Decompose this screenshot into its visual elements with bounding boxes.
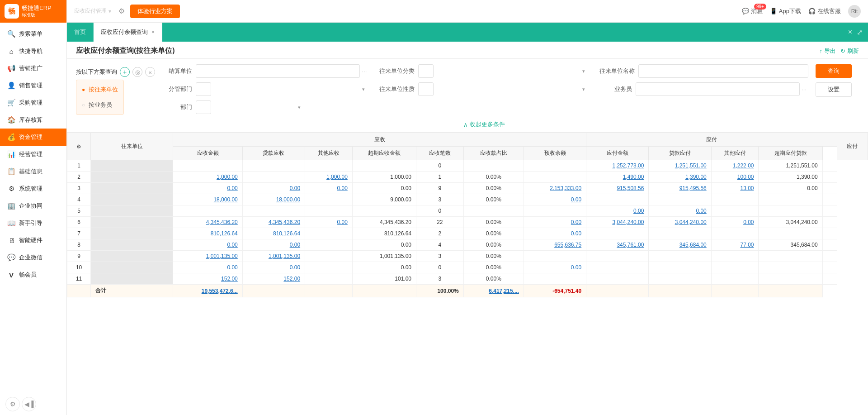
table-cell[interactable]: 655,636.75	[524, 239, 586, 251]
sidebar-item-hardware[interactable]: 🖥 智能硬件	[0, 232, 66, 249]
table-cell[interactable]: 0.00	[524, 194, 586, 205]
table-cell: 2	[67, 172, 91, 183]
table-cell[interactable]: 4,345,436.20	[242, 217, 305, 228]
tab-home[interactable]: 首页	[67, 23, 94, 42]
table-cell[interactable]: 4,345,436.20	[173, 217, 242, 228]
table-cell[interactable]: 1,000.00	[173, 172, 242, 183]
refresh-button[interactable]: ↻ 刷新	[840, 47, 859, 55]
department-select[interactable]	[196, 100, 211, 114]
table-cell[interactable]: 0.00	[173, 262, 242, 273]
sidebar-item-quicknav[interactable]: ⌂ 快捷导航	[0, 43, 66, 60]
sidebar-item-search[interactable]: 🔍 搜索菜单	[0, 25, 66, 43]
settings-button[interactable]: 设置	[816, 82, 852, 97]
footer-ar-total[interactable]: 19,553,472,6...	[173, 285, 242, 297]
table-cell: 3	[67, 183, 91, 194]
table-cell[interactable]: 0.00	[173, 183, 242, 194]
table-cell[interactable]: 0.00	[524, 228, 586, 239]
table-cell[interactable]: 0.00	[305, 183, 353, 194]
unit-nature-label: 往来单位性质	[379, 85, 418, 93]
filter-collapse-button[interactable]: «	[145, 67, 155, 77]
table-cell[interactable]: 0.00	[305, 217, 353, 228]
leftpanel-by-staff[interactable]: ○ 按业务员	[76, 97, 123, 113]
sidebar-settings-btn[interactable]: ⚙	[5, 397, 20, 411]
table-cell[interactable]: 0.00	[242, 239, 305, 251]
export-button[interactable]: ↑ 导出	[820, 47, 836, 55]
salesperson-dots[interactable]: ···	[800, 86, 808, 93]
sidebar-item-wechat[interactable]: 💬 企业微信	[0, 249, 66, 266]
table-cell[interactable]: 915,508.56	[586, 183, 649, 194]
table-cell: 0	[416, 262, 464, 273]
query-button[interactable]: 查询	[816, 64, 852, 78]
filter-settings-button[interactable]: ◎	[132, 67, 142, 77]
table-cell	[524, 172, 586, 183]
table-cell[interactable]: 0.00	[586, 205, 649, 217]
table-cell[interactable]: 3,044,240.00	[586, 217, 649, 228]
sidebar-collapse-btn[interactable]: ◀▐	[22, 397, 36, 411]
table-cell[interactable]: 0.00	[524, 262, 586, 273]
sidebar-item-finance[interactable]: 💰 资金管理	[0, 129, 66, 146]
table-cell[interactable]: 810,126.64	[242, 228, 305, 239]
unit-nature-select[interactable]	[418, 82, 434, 96]
sidebar-item-corp[interactable]: 🏢 企业协同	[0, 197, 66, 215]
service-action[interactable]: 🎧 在线客服	[808, 7, 841, 15]
th-settings[interactable]: ⚙	[67, 133, 91, 160]
footer-empty	[67, 285, 91, 297]
table-cell[interactable]: 1,001,135.00	[242, 251, 305, 262]
solution-button[interactable]: 体验行业方案	[130, 5, 180, 18]
maximize-button[interactable]: ⤢	[857, 28, 863, 37]
app-action[interactable]: 📱 App下载	[770, 7, 801, 15]
table-cell[interactable]: 100.00	[711, 172, 759, 183]
leftpanel-by-unit[interactable]: ● 按往来单位	[76, 82, 123, 97]
table-cell[interactable]: 152.00	[173, 273, 242, 285]
sidebar-item-marketing[interactable]: 📢 营销推广	[0, 60, 66, 77]
sidebar-item-purchase[interactable]: 🛒 采购管理	[0, 94, 66, 111]
table-cell[interactable]: 810,126.64	[173, 228, 242, 239]
table-cell[interactable]: 915,495.56	[649, 183, 711, 194]
user-avatar[interactable]: Rit	[848, 5, 861, 18]
filter-add-button[interactable]: +	[120, 67, 130, 77]
sidebar-item-vip[interactable]: V 畅会员	[0, 266, 66, 283]
collapse-button[interactable]: ∧ 收起更多条件	[463, 120, 505, 129]
table-cell[interactable]: 77.00	[711, 239, 759, 251]
sidebar-item-sales[interactable]: 👤 销售管理	[0, 77, 66, 94]
table-cell[interactable]: 18,000.00	[173, 194, 242, 205]
table-cell[interactable]: 1,222.00	[711, 160, 759, 172]
footer-ar-prepay[interactable]: 6,417,215....	[463, 285, 524, 297]
unit-category-select[interactable]	[418, 64, 434, 78]
settlement-unit-dots[interactable]: ···	[360, 68, 368, 75]
table-cell[interactable]: 345,684.00	[649, 239, 711, 251]
table-cell[interactable]: 152.00	[242, 273, 305, 285]
managing-dept-select[interactable]	[196, 82, 211, 96]
table-cell[interactable]: 1,390.00	[649, 172, 711, 183]
sidebar-item-basic[interactable]: 📋 基础信息	[0, 163, 66, 180]
sidebar-item-guide[interactable]: 📖 新手引导	[0, 215, 66, 232]
message-action[interactable]: 💬 消息 99+	[742, 7, 763, 15]
table-cell[interactable]: 0.00	[242, 183, 305, 194]
sidebar-item-inventory[interactable]: 🏠 库存核算	[0, 111, 66, 129]
table-cell[interactable]: 0.00	[711, 217, 759, 228]
table-cell[interactable]: 1,490.00	[586, 172, 649, 183]
tab-arbalance[interactable]: 应收应付余额查询 ×	[94, 23, 162, 42]
table-cell[interactable]: 18,000.00	[242, 194, 305, 205]
table-cell[interactable]: 1,000.00	[305, 172, 353, 183]
table-cell[interactable]: 1,001,135.00	[173, 251, 242, 262]
unit-name-input[interactable]	[638, 64, 808, 78]
topbar-gear-icon[interactable]: ⚙	[118, 7, 125, 15]
table-cell[interactable]: 1,252,773.00	[586, 160, 649, 172]
salesperson-input[interactable]	[636, 82, 800, 96]
sidebar-item-system[interactable]: ⚙ 系统管理	[0, 180, 66, 197]
tab-close-icon[interactable]: ×	[151, 29, 155, 35]
sidebar-item-operation[interactable]: 📊 经营管理	[0, 146, 66, 163]
unit-cell	[91, 262, 173, 273]
table-cell[interactable]: 3,044,240.00	[649, 217, 711, 228]
table-cell[interactable]: 13.00	[711, 183, 759, 194]
window-close-button[interactable]: ×	[848, 28, 852, 36]
table-cell[interactable]: 2,153,333.00	[524, 183, 586, 194]
table-cell[interactable]: 345,761.00	[586, 239, 649, 251]
table-cell[interactable]: 0.00	[649, 205, 711, 217]
settlement-unit-input[interactable]	[196, 64, 360, 78]
table-cell[interactable]: 0.00	[173, 239, 242, 251]
table-cell[interactable]: 1,251,551.00	[649, 160, 711, 172]
table-cell[interactable]: 0.00	[242, 262, 305, 273]
table-cell[interactable]: 0.00	[524, 217, 586, 228]
